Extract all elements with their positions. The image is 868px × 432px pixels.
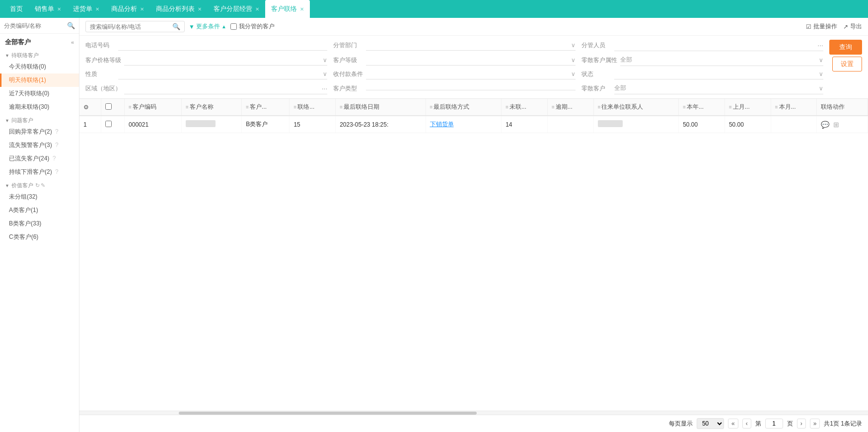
sidebar-search-input[interactable] (4, 22, 67, 29)
close-icon[interactable]: ✕ (198, 6, 202, 12)
sidebar-search: 🔍 (0, 18, 79, 34)
nav-sales[interactable]: 销售单 ✕ (29, 0, 67, 18)
filter-search-input[interactable] (90, 23, 172, 30)
sidebar-item-class-c[interactable]: C类客户(6) (0, 230, 79, 244)
close-icon[interactable]: ✕ (95, 6, 99, 12)
batch-operation-btn[interactable]: ☑ 批量操作 (806, 22, 837, 31)
prev-page-btn[interactable]: ‹ (742, 419, 751, 429)
col-this-month[interactable]: ≡本月... (771, 99, 817, 116)
sidebar-item-class-a[interactable]: A类客户(1) (0, 204, 79, 217)
chevron-icon: ▲ (221, 24, 226, 29)
sidebar-item-repurchase-abnormal[interactable]: 回购异常客户(2) ? (0, 125, 79, 139)
cell-checkbox[interactable] (101, 116, 124, 133)
sidebar-group-problem[interactable]: 问题客户 (0, 114, 79, 125)
sidebar-item-ungroup[interactable]: 未分组(32) (0, 190, 79, 204)
filter-nature: 性质 ∨ (85, 69, 327, 79)
filter-customer-level: 客户等级 ∨ (333, 55, 575, 66)
col-contact-count[interactable]: ≡联络... (289, 99, 336, 116)
col-last-month[interactable]: ≡上月... (724, 99, 771, 116)
close-icon[interactable]: ✕ (140, 6, 144, 12)
edit-icon[interactable]: ✎ (41, 182, 45, 189)
first-page-btn[interactable]: « (728, 419, 738, 429)
sidebar: 🔍 全部客户 « 待联络客户 今天待联络(0) 明天待联络(1) 近7天待联络(… (0, 18, 79, 432)
help-icon: ? (55, 128, 59, 135)
horizontal-scrollbar[interactable] (79, 411, 868, 415)
phone-input[interactable] (118, 40, 327, 51)
cell-code: 000021 (125, 116, 182, 133)
sidebar-item-class-b[interactable]: B类客户(33) (0, 217, 79, 230)
dept-select[interactable]: ∨ (366, 40, 575, 51)
customer-type-select[interactable] (366, 87, 575, 90)
col-settings[interactable]: ⚙ (79, 99, 101, 116)
col-code[interactable]: ≡客户编码 (125, 99, 182, 116)
cell-this-month (771, 116, 817, 133)
filter-search-icon[interactable]: 🔍 (172, 23, 180, 30)
chevron-down-icon: ∨ (571, 57, 576, 64)
payment-select[interactable]: ∨ (366, 69, 575, 79)
region-dots[interactable]: ··· (322, 84, 328, 92)
sidebar-item-overdue-contact[interactable]: 逾期未联络(30) (0, 100, 79, 114)
close-icon[interactable]: ✕ (300, 6, 304, 12)
export-btn[interactable]: ↗ 导出 (843, 22, 862, 31)
sidebar-all-customers[interactable]: 全部客户 « (0, 34, 79, 49)
page-input[interactable] (765, 419, 783, 429)
cell-this-year: 50.00 (679, 116, 725, 133)
action-icons: 💬 ⊞ (821, 121, 864, 129)
sidebar-item-churn-warning[interactable]: 流失预警客户(3) ? (0, 139, 79, 152)
my-customers-check[interactable] (230, 23, 237, 30)
last-page-btn[interactable]: » (810, 419, 820, 429)
filter-dept: 分管部门 ∨ (333, 40, 575, 51)
chevron-down-icon: ∨ (323, 71, 327, 77)
refresh-icon[interactable]: ↻ (35, 182, 40, 189)
nature-select[interactable]: ∨ (118, 69, 327, 79)
cell-last-method[interactable]: 下销货单 (426, 116, 502, 133)
sidebar-item-churned[interactable]: 已流失客户(24) ? (0, 152, 79, 165)
select-all-checkbox[interactable] (105, 103, 112, 110)
my-customers-checkbox[interactable]: 我分管的客户 (230, 22, 275, 31)
sidebar-group-pending[interactable]: 待联络客户 (0, 49, 79, 60)
page-size-select[interactable]: 50 20 100 (697, 418, 724, 429)
sidebar-item-7day-contact[interactable]: 近7天待联络(0) (0, 87, 79, 100)
col-this-year[interactable]: ≡本年... (679, 99, 725, 116)
next-page-btn[interactable]: › (797, 419, 806, 429)
manager-dots[interactable]: ··· (817, 41, 823, 49)
total-text: 共1页 1条记录 (824, 420, 862, 428)
sidebar-item-tomorrow-contact[interactable]: 明天待联络(1) (0, 73, 79, 87)
col-no-contact[interactable]: ≡未联... (502, 99, 548, 116)
sidebar-item-today-contact[interactable]: 今天待联络(0) (0, 60, 79, 73)
nav-product-analysis-list[interactable]: 商品分析列表 ✕ (150, 0, 208, 18)
scrollbar-thumb[interactable] (179, 412, 477, 415)
col-overdue[interactable]: ≡逾期... (547, 99, 593, 116)
nav-customer-contact[interactable]: 客户联络 ✕ (265, 0, 310, 18)
search-icon[interactable]: 🔍 (67, 22, 75, 29)
status-select[interactable]: ∨ (614, 69, 823, 79)
nav-home[interactable]: 首页 (4, 0, 29, 18)
row-checkbox[interactable] (105, 121, 112, 127)
nav-customer-stratification[interactable]: 客户分层经营 ✕ (208, 0, 265, 18)
col-last-contact-date[interactable]: ≡最后联络日期 (336, 99, 426, 116)
nav-product-analysis[interactable]: 商品分析 ✕ (105, 0, 150, 18)
contact-icon[interactable]: 💬 (821, 121, 829, 129)
collapse-icon[interactable]: « (71, 39, 74, 45)
sidebar-item-declining[interactable]: 持续下滑客户(2) ? (0, 165, 79, 179)
col-name[interactable]: ≡客户名称 (181, 99, 241, 116)
nav-purchase[interactable]: 进货单 ✕ (67, 0, 105, 18)
cell-type: B类客户 (242, 116, 289, 133)
retail-attr-select[interactable]: 全部 ∨ (620, 54, 823, 66)
col-checkbox[interactable] (101, 99, 124, 116)
qr-icon[interactable]: ⊞ (833, 121, 839, 129)
price-level-select[interactable]: ∨ (124, 55, 327, 66)
settings-button[interactable]: 设置 (832, 57, 862, 72)
customer-level-select[interactable]: ∨ (366, 55, 575, 66)
retail-customer-select[interactable]: 全部 ∨ (614, 82, 823, 94)
col-type[interactable]: ≡客户... (242, 99, 289, 116)
chevron-down-icon: ∨ (819, 85, 823, 92)
col-unit-contact[interactable]: ≡往来单位联系人 (593, 99, 679, 116)
close-icon[interactable]: ✕ (255, 6, 259, 12)
close-icon[interactable]: ✕ (57, 6, 61, 12)
col-last-contact-method[interactable]: ≡最后联络方式 (426, 99, 502, 116)
cell-action: 💬 ⊞ (817, 116, 868, 133)
sidebar-group-value[interactable]: 价值客户 ↻ ✎ (0, 179, 79, 190)
query-button[interactable]: 查询 (829, 40, 862, 55)
more-conditions-btn[interactable]: ▼ 更多条件 ▲ (189, 22, 226, 31)
